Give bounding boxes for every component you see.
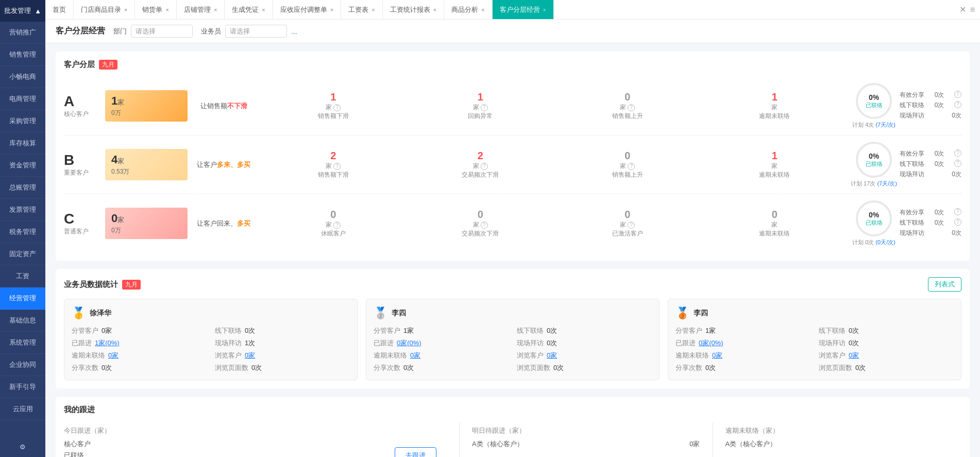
info-icon[interactable]: ? xyxy=(628,163,635,170)
tier-actions-b: 有效分享 0次 ? 线下联络 0次 ? 现场拜访 0次 xyxy=(900,149,961,180)
followup-section-title: 我的跟进 xyxy=(64,405,961,415)
staff-card-2: 🥈 李四 分管客户 1家 线下联络 0次 xyxy=(366,299,660,380)
tier-actions-c: 有效分享 0次 ? 线下联络 0次 ? 现场拜访 0次 xyxy=(900,208,961,239)
today-title: 今日跟进（家） xyxy=(64,426,368,435)
staff-stat-row: 分享次数 0次 xyxy=(72,363,207,373)
close-icon[interactable]: × xyxy=(481,7,484,13)
overdue-link[interactable]: 0家 xyxy=(712,351,722,360)
info-icon[interactable]: ? xyxy=(333,222,341,229)
info-icon[interactable]: ? xyxy=(954,208,961,215)
info-icon[interactable]: ? xyxy=(628,104,635,111)
close-icon[interactable]: × xyxy=(433,7,436,13)
tier-contact-a: 0% 已联络 计划 4次 (7天/次) xyxy=(848,83,900,129)
info-icon[interactable]: ? xyxy=(954,91,961,98)
tab-payroll-report[interactable]: 工资统计报表× xyxy=(383,0,444,20)
tab-ap-adjust[interactable]: 应收应付调整单× xyxy=(273,0,341,20)
staff-name-3: 李四 xyxy=(694,309,708,318)
contact-plan-link[interactable]: (0天/次) xyxy=(875,239,895,245)
sidebar-header[interactable]: 批发管理 ▲ xyxy=(0,0,45,22)
info-icon[interactable]: ? xyxy=(481,163,488,170)
staff-stat-row: 逾期未联络 0家 xyxy=(374,351,509,360)
close-icon[interactable]: × xyxy=(262,7,265,13)
sidebar-item-发票管理[interactable]: 发票管理 xyxy=(0,199,45,221)
tab-store-products[interactable]: 门店商品目录× xyxy=(74,0,135,20)
overdue-link[interactable]: 0家 xyxy=(108,351,119,360)
info-icon[interactable]: ? xyxy=(481,222,488,229)
sidebar-item-企业协同[interactable]: 企业协同 xyxy=(0,354,45,376)
divider xyxy=(459,422,460,457)
sidebar-item-总账管理[interactable]: 总账管理 xyxy=(0,177,45,199)
tab-home[interactable]: 首页 xyxy=(45,0,74,20)
sidebar-item-新手引导[interactable]: 新手引导 xyxy=(0,376,45,398)
info-icon[interactable]: ? xyxy=(954,101,961,108)
tab-customer-tier[interactable]: 客户分层经营× xyxy=(493,0,554,20)
stat-repurchase-a: 1 家? 回购异常 xyxy=(407,89,554,123)
sidebar-item-小畅电商[interactable]: 小畅电商 xyxy=(0,66,45,88)
tab-product-analysis[interactable]: 商品分析× xyxy=(444,0,492,20)
tab-close-all-icon[interactable]: ✕ xyxy=(959,5,966,14)
close-icon[interactable]: × xyxy=(214,7,217,13)
sidebar-item-资金管理[interactable]: 资金管理 xyxy=(0,155,45,177)
info-icon[interactable]: ? xyxy=(333,104,341,111)
sidebar-item-库存核算[interactable]: 库存核算 xyxy=(0,132,45,155)
close-icon[interactable]: × xyxy=(124,7,127,13)
sidebar-item-营销推广[interactable]: 营销推广 xyxy=(0,22,45,44)
tab-gen-voucher[interactable]: 生成凭证× xyxy=(225,0,273,20)
sidebar-item-系统管理[interactable]: 系统管理 xyxy=(0,332,45,354)
tomorrow-title: 明日待跟进（家） xyxy=(472,426,700,435)
browse-link[interactable]: 0家 xyxy=(245,351,255,360)
info-icon[interactable]: ? xyxy=(954,160,961,167)
sidebar-item-基础信息[interactable]: 基础信息 xyxy=(0,310,45,332)
close-icon[interactable]: × xyxy=(165,7,168,13)
staff-stat-row: 逾期未联络 0家 xyxy=(72,351,207,360)
staff-select[interactable]: 请选择 xyxy=(225,25,287,38)
goto-followup-button[interactable]: 去跟进 xyxy=(395,447,436,457)
tab-more-icon[interactable]: ≡ xyxy=(970,5,975,14)
followup-link[interactable]: 0家(0%) xyxy=(397,338,421,348)
followup-link[interactable]: 0家(0%) xyxy=(699,338,723,348)
info-icon[interactable]: ? xyxy=(333,163,341,170)
staff-stat-row: 已跟进 1家(0%) xyxy=(72,338,207,348)
dept-select[interactable]: 请选择 xyxy=(131,25,193,38)
stat-freq-drop-b: 2 家? 交易频次下滑 xyxy=(407,148,554,181)
info-icon[interactable]: ? xyxy=(481,104,488,111)
close-icon[interactable]: × xyxy=(543,7,546,13)
tier-contact-b: 0% 已联络 计划 17次 (7天/次) xyxy=(848,142,900,188)
staff-section-title: 业务员数据统计 九月 xyxy=(64,280,141,290)
more-button[interactable]: ... xyxy=(291,27,297,36)
close-icon[interactable]: × xyxy=(330,7,333,13)
info-icon[interactable]: ? xyxy=(954,218,961,226)
close-icon[interactable]: × xyxy=(371,7,375,13)
contact-plan-link[interactable]: (7天/次) xyxy=(877,180,897,187)
browse-link[interactable]: 0家 xyxy=(849,351,859,360)
tab-sales-order[interactable]: 销货单× xyxy=(135,0,176,20)
sidebar-item-经营管理[interactable]: 经营管理 xyxy=(0,287,45,310)
overdue-followup: 逾期未联络（家） A类（核心客户） xyxy=(717,422,962,457)
main-area: 首页 门店商品目录× 销货单× 店铺管理× 生成凭证× 应收应付调整单× 工资表… xyxy=(45,0,980,457)
staff-stat-row: 浏览页面数 0次 xyxy=(215,363,350,373)
staff-stat-row: 分管客户 0家 xyxy=(72,326,207,335)
contact-plan-link[interactable]: (7天/次) xyxy=(875,122,895,128)
stat-freq-drop-c: 0 家? 交易频次下滑 xyxy=(407,207,554,240)
staff-stat-row: 线下联络 0次 xyxy=(215,326,350,335)
info-icon[interactable]: ? xyxy=(954,149,961,157)
sidebar-item-税务管理[interactable]: 税务管理 xyxy=(0,221,45,243)
sidebar-settings[interactable]: ⚙ xyxy=(0,437,45,457)
overdue-link[interactable]: 0家 xyxy=(410,351,420,360)
sidebar-item-销售管理[interactable]: 销售管理 xyxy=(0,44,45,66)
sidebar-item-电商管理[interactable]: 电商管理 xyxy=(0,88,45,110)
sidebar: 批发管理 ▲ 营销推广 销售管理 小畅电商 电商管理 采购管理 库存核算 资金管… xyxy=(0,0,45,457)
followup-link[interactable]: 1家(0%) xyxy=(95,338,120,348)
sidebar-item-固定资产[interactable]: 固定资产 xyxy=(0,243,45,265)
sidebar-item-工资[interactable]: 工资 xyxy=(0,265,45,287)
stat-dormant-c: 0 家? 休眠客户 xyxy=(260,207,407,240)
staff-stat-row: 现场拜访 0次 xyxy=(517,338,652,348)
sidebar-item-云应用[interactable]: 云应用 xyxy=(0,398,45,420)
tab-shop-manage[interactable]: 店铺管理× xyxy=(177,0,225,20)
browse-link[interactable]: 0家 xyxy=(547,351,557,360)
tomorrow-followup: 明日待跟进（家） A类（核心客户） 0家 xyxy=(464,422,708,457)
sidebar-item-采购管理[interactable]: 采购管理 xyxy=(0,110,45,132)
tab-payroll[interactable]: 工资表× xyxy=(341,0,382,20)
list-view-button[interactable]: 列表式 xyxy=(928,277,961,292)
info-icon[interactable]: ? xyxy=(628,222,635,229)
